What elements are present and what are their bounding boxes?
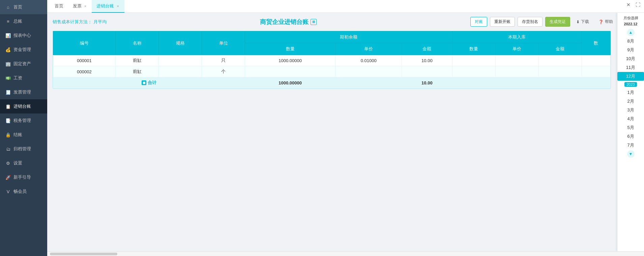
page-title-icon: ⊞ — [311, 19, 317, 25]
window-controls: ✕ ⛶ — [625, 1, 641, 8]
month-4[interactable]: 4月 — [617, 114, 644, 123]
total-out — [582, 77, 610, 88]
page-title: 商贸企业进销台账 ⊞ — [260, 18, 317, 26]
th-begin-qty: 数量 — [245, 43, 335, 55]
month-8[interactable]: 8月 — [617, 37, 644, 46]
cost-method: 销售成本计算方法： 月平均 — [53, 19, 107, 25]
month-nav-down[interactable]: ▼ — [627, 150, 635, 158]
month-2[interactable]: 2月 — [617, 97, 644, 106]
download-button[interactable]: ⬇ 下载 — [573, 17, 592, 26]
row1-in-amount — [538, 55, 582, 66]
th-spec: 规格 — [159, 31, 202, 55]
row1-spec — [159, 55, 202, 66]
sidebar-item-home[interactable]: ⌂ 首页 — [0, 0, 47, 14]
close-window-button[interactable]: ✕ — [625, 1, 632, 8]
year-badge-2023: 2023 — [624, 82, 637, 87]
month-nav-up[interactable]: ▲ — [627, 29, 635, 36]
month-11[interactable]: 11月 — [617, 63, 644, 72]
sidebar-item-asset[interactable]: 🏢 固定资产 — [0, 57, 47, 71]
th-name: 名称 — [116, 31, 159, 55]
row1-in-qty — [452, 55, 495, 66]
total-in-amount — [538, 77, 582, 88]
sidebar-item-ledger[interactable]: ≡ 总账 — [0, 14, 47, 28]
download-label: 下载 — [581, 19, 589, 25]
help-label: 帮助 — [605, 19, 613, 25]
month-12[interactable]: 12月 — [617, 72, 644, 81]
generate-voucher-button[interactable]: 生成凭证 — [545, 17, 570, 27]
sidebar-item-closeaccount[interactable]: 🔒 结账 — [0, 128, 47, 142]
total-begin-price — [335, 77, 402, 88]
row2-begin-qty — [245, 66, 335, 77]
tab-stock[interactable]: 进销台账 × — [92, 0, 124, 13]
th-out-count: 数 — [582, 31, 610, 55]
scroll-bar-area — [47, 251, 644, 256]
sidebar-item-tax[interactable]: 📑 税务管理 — [0, 113, 47, 128]
settings-icon: ⚙ — [5, 160, 11, 166]
help-button[interactable]: ❓ 帮助 — [595, 17, 616, 26]
tab-invoice-close[interactable]: × — [84, 4, 87, 8]
month-panel-title: 月份选择 — [623, 16, 638, 21]
help-icon: ❓ — [598, 20, 604, 24]
month-9[interactable]: 9月 — [617, 46, 644, 54]
report-icon: 📊 — [5, 33, 11, 38]
sidebar-item-salary[interactable]: 💵 工资 — [0, 71, 47, 85]
content-area: 销售成本计算方法： 月平均 商贸企业进销台账 ⊞ 对账 重新开账 存货别名 生成… — [47, 13, 644, 251]
invoice-icon: 🧾 — [5, 89, 11, 95]
sidebar-item-archive[interactable]: 🗂 归档管理 — [0, 142, 47, 156]
sidebar-item-fund[interactable]: 💰 资金管理 — [0, 43, 47, 57]
member-icon: V — [5, 189, 11, 194]
row2-in-qty — [452, 66, 495, 77]
fund-icon: 💰 — [5, 47, 11, 52]
sidebar-item-member[interactable]: V 畅会员 — [0, 184, 47, 199]
sidebar: ⌂ 首页 ≡ 总账 📊 报表中心 💰 资金管理 🏢 固定资产 💵 工资 🧾 发票… — [0, 0, 47, 256]
sidebar-label-ledger: 总账 — [13, 18, 22, 24]
th-in-price: 单价 — [495, 43, 538, 55]
scroll-thumb[interactable] — [50, 253, 117, 255]
save-alias-button[interactable]: 存货别名 — [518, 17, 543, 27]
sidebar-item-stock[interactable]: 📋 进销台账 — [0, 99, 47, 113]
total-row: ▣ 合计 1000.00000 10.00 — [53, 77, 611, 88]
tab-home[interactable]: 首页 — [50, 0, 68, 13]
sidebar-label-archive: 归档管理 — [13, 146, 31, 152]
month-7[interactable]: 7月 — [617, 141, 644, 150]
reconcile-button[interactable]: 对账 — [470, 17, 487, 27]
row1-begin-price: 0.01000 — [335, 55, 402, 66]
home-icon: ⌂ — [5, 4, 11, 10]
sidebar-item-guide[interactable]: 🚀 新手引导 — [0, 170, 47, 184]
tax-icon: 📑 — [5, 118, 11, 123]
sidebar-item-settings[interactable]: ⚙ 设置 — [0, 156, 47, 170]
guide-icon: 🚀 — [5, 175, 11, 180]
page-title-text: 商贸企业进销台账 — [260, 18, 309, 26]
tab-stock-close[interactable]: × — [116, 4, 119, 8]
th-current-in: 本期入库 — [452, 31, 582, 43]
main-area: 首页 发票 × 进销台账 × ✕ ⛶ 销售成本计算方法： 月平均 商贸企业进销台… — [47, 0, 644, 256]
sidebar-item-invoice[interactable]: 🧾 发票管理 — [0, 85, 47, 99]
th-code: 编号 — [53, 31, 116, 55]
th-in-qty: 数量 — [452, 43, 495, 55]
sidebar-label-invoice: 发票管理 — [13, 89, 31, 95]
th-begin-amount: 金额 — [402, 43, 452, 55]
row1-in-price — [495, 55, 538, 66]
sidebar-label-report: 报表中心 — [13, 32, 31, 39]
tab-bar: 首页 发票 × 进销台账 × ✕ ⛶ — [47, 0, 644, 13]
month-3[interactable]: 3月 — [617, 106, 644, 114]
row1-name: 前缸 — [116, 55, 159, 66]
sidebar-item-report[interactable]: 📊 报表中心 — [0, 28, 47, 43]
row2-in-price — [495, 66, 538, 77]
download-icon: ⬇ — [576, 20, 580, 24]
tab-invoice-label: 发票 — [73, 3, 82, 9]
month-6[interactable]: 6月 — [617, 132, 644, 141]
row1-out — [582, 55, 610, 66]
month-5[interactable]: 5月 — [617, 123, 644, 132]
archive-icon: 🗂 — [5, 146, 11, 152]
cost-method-label: 销售成本计算方法： — [53, 19, 92, 24]
sidebar-label-closeaccount: 结账 — [13, 132, 22, 138]
reopen-button[interactable]: 重新开账 — [490, 17, 515, 27]
sidebar-label-fund: 资金管理 — [13, 47, 31, 53]
row2-name: 前缸 — [116, 66, 159, 77]
month-10[interactable]: 10月 — [617, 54, 644, 63]
th-period-begin: 期初余额 — [245, 31, 452, 43]
month-1[interactable]: 1月 — [617, 88, 644, 97]
maximize-window-button[interactable]: ⛶ — [635, 1, 641, 8]
tab-invoice[interactable]: 发票 × — [68, 0, 92, 13]
